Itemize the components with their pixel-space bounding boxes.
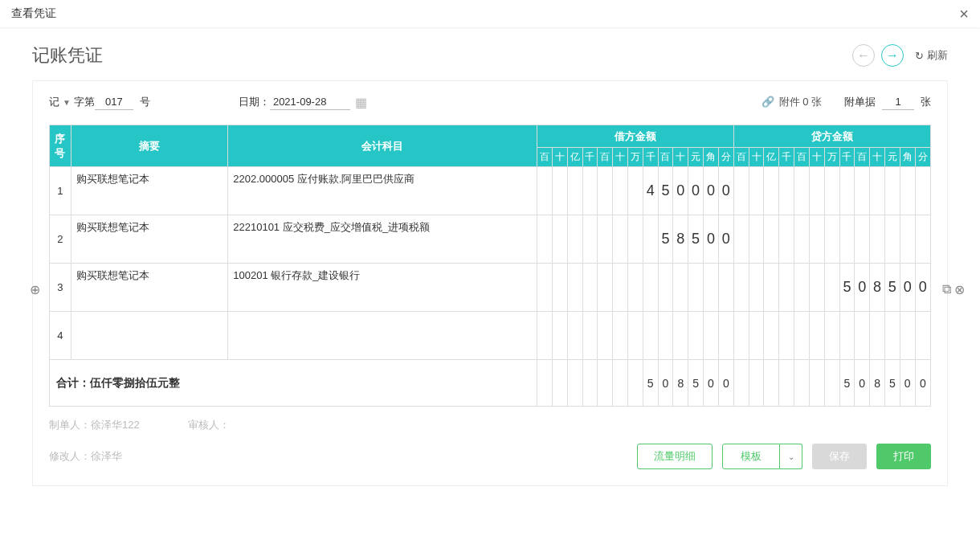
- digit-cell[interactable]: [673, 312, 688, 360]
- digit-cell[interactable]: [552, 167, 567, 215]
- digit-cell[interactable]: 0: [673, 167, 688, 215]
- digit-cell[interactable]: [598, 312, 613, 360]
- digit-cell[interactable]: [567, 360, 582, 407]
- digit-cell[interactable]: [764, 360, 779, 407]
- digit-cell[interactable]: 0: [658, 360, 673, 407]
- digit-cell[interactable]: [627, 312, 643, 360]
- digit-cell[interactable]: [915, 167, 930, 215]
- digit-cell[interactable]: [794, 215, 810, 264]
- digit-cell[interactable]: 8: [673, 360, 688, 407]
- digit-cell[interactable]: [855, 312, 870, 360]
- add-row-icon[interactable]: ⊕: [30, 282, 40, 297]
- row-account[interactable]: 22210101 应交税费_应交增值税_进项税额: [228, 215, 537, 264]
- digit-cell[interactable]: [794, 360, 810, 407]
- insert-row-icon[interactable]: ⧉: [942, 282, 951, 297]
- calendar-icon[interactable]: ▦: [355, 95, 367, 110]
- digit-cell[interactable]: [779, 312, 794, 360]
- row-account[interactable]: 100201 银行存款_建设银行: [228, 264, 537, 312]
- digit-cell[interactable]: [839, 167, 855, 215]
- digit-cell[interactable]: [900, 167, 915, 215]
- digit-cell[interactable]: [643, 312, 658, 360]
- digit-cell[interactable]: [764, 215, 779, 264]
- digit-cell[interactable]: [733, 215, 749, 264]
- digit-cell[interactable]: [764, 264, 779, 312]
- digit-cell[interactable]: [704, 312, 719, 360]
- digit-cell[interactable]: [537, 312, 553, 360]
- digit-cell[interactable]: 5: [839, 264, 855, 312]
- digit-cell[interactable]: 8: [870, 264, 885, 312]
- digit-cell[interactable]: 0: [915, 360, 930, 407]
- row-summary[interactable]: [71, 312, 228, 360]
- digit-cell[interactable]: [884, 167, 900, 215]
- digit-cell[interactable]: 0: [704, 215, 719, 264]
- digit-cell[interactable]: [627, 360, 643, 407]
- digit-cell[interactable]: [824, 312, 839, 360]
- digit-cell[interactable]: [824, 167, 839, 215]
- digit-cell[interactable]: [718, 312, 733, 360]
- digit-cell[interactable]: 0: [718, 360, 733, 407]
- digit-cell[interactable]: [809, 167, 824, 215]
- next-voucher-button[interactable]: →: [881, 44, 904, 67]
- refresh-button[interactable]: ↻ 刷新: [915, 48, 948, 63]
- digit-cell[interactable]: 8: [870, 360, 885, 407]
- row-account[interactable]: [228, 312, 537, 360]
- digit-cell[interactable]: [613, 264, 628, 312]
- digit-cell[interactable]: 0: [900, 360, 915, 407]
- digit-cell[interactable]: [900, 215, 915, 264]
- digit-cell[interactable]: [884, 215, 900, 264]
- digit-cell[interactable]: [733, 167, 749, 215]
- row-account[interactable]: 2202.000005 应付账款.阿里巴巴供应商: [228, 167, 537, 215]
- digit-cell[interactable]: [582, 167, 598, 215]
- digit-cell[interactable]: [749, 264, 764, 312]
- delete-row-icon[interactable]: ⊗: [954, 282, 965, 297]
- template-button[interactable]: 模板: [722, 444, 780, 469]
- digit-cell[interactable]: [537, 167, 553, 215]
- digit-cell[interactable]: [537, 360, 553, 407]
- digit-cell[interactable]: [582, 312, 598, 360]
- digit-cell[interactable]: [537, 215, 553, 264]
- template-dropdown-icon[interactable]: ⌄: [780, 444, 802, 469]
- digit-cell[interactable]: 5: [884, 360, 900, 407]
- digit-cell[interactable]: [809, 215, 824, 264]
- digit-cell[interactable]: [884, 312, 900, 360]
- voucher-type[interactable]: 记: [49, 95, 59, 109]
- digit-cell[interactable]: [718, 264, 733, 312]
- digit-cell[interactable]: [749, 312, 764, 360]
- digit-cell[interactable]: [552, 360, 567, 407]
- digit-cell[interactable]: 0: [855, 264, 870, 312]
- digit-cell[interactable]: [567, 264, 582, 312]
- digit-cell[interactable]: [598, 215, 613, 264]
- digit-cell[interactable]: [582, 360, 598, 407]
- row-summary[interactable]: 购买联想笔记本: [71, 215, 228, 264]
- chevron-down-icon[interactable]: ▼: [63, 98, 71, 107]
- digit-cell[interactable]: 0: [718, 215, 733, 264]
- digit-cell[interactable]: 0: [688, 167, 704, 215]
- digit-cell[interactable]: [900, 312, 915, 360]
- date-input[interactable]: [270, 94, 350, 110]
- digit-cell[interactable]: [794, 264, 810, 312]
- digit-cell[interactable]: [809, 264, 824, 312]
- digit-cell[interactable]: [704, 264, 719, 312]
- digit-cell[interactable]: 0: [704, 167, 719, 215]
- digit-cell[interactable]: [824, 215, 839, 264]
- digit-cell[interactable]: [643, 264, 658, 312]
- close-icon[interactable]: ×: [959, 5, 969, 23]
- flow-detail-button[interactable]: 流量明细: [637, 444, 713, 469]
- digit-cell[interactable]: [733, 312, 749, 360]
- digit-cell[interactable]: [824, 264, 839, 312]
- digit-cell[interactable]: [733, 360, 749, 407]
- digit-cell[interactable]: [673, 264, 688, 312]
- digit-cell[interactable]: 4: [643, 167, 658, 215]
- digit-cell[interactable]: [627, 167, 643, 215]
- digit-cell[interactable]: [567, 312, 582, 360]
- digit-cell[interactable]: [839, 312, 855, 360]
- digit-cell[interactable]: [688, 312, 704, 360]
- digit-cell[interactable]: [598, 167, 613, 215]
- digit-cell[interactable]: 0: [718, 167, 733, 215]
- digit-cell[interactable]: 0: [915, 264, 930, 312]
- digit-cell[interactable]: [794, 167, 810, 215]
- digit-cell[interactable]: [915, 312, 930, 360]
- digit-cell[interactable]: [688, 264, 704, 312]
- digit-cell[interactable]: [613, 360, 628, 407]
- digit-cell[interactable]: [627, 215, 643, 264]
